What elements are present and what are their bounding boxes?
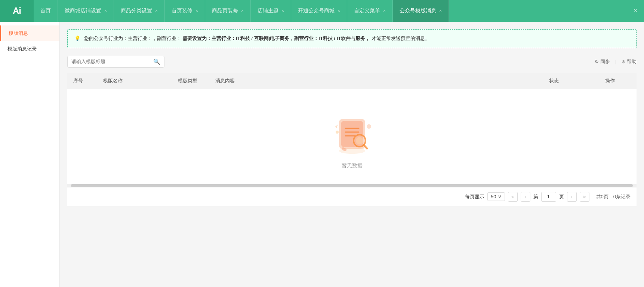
tab-template-msg-close[interactable]: × xyxy=(439,8,442,13)
col-header-name: 模版名称 xyxy=(97,73,172,89)
tab-custom-menu-close[interactable]: × xyxy=(383,8,386,13)
tab-product-decor[interactable]: 商品页装修 × xyxy=(205,0,251,22)
col-header-action: 操作 xyxy=(599,73,637,89)
page-first-button[interactable]: ⊲ xyxy=(508,192,518,202)
content-area: 💡 您的公众号行业为：主营行业：，副营行业： 需要设置为：主营行业：IT科技 /… xyxy=(60,22,644,287)
tab-weishop-close[interactable]: × xyxy=(104,8,107,13)
svg-point-8 xyxy=(367,124,371,129)
page-unit: 页 xyxy=(559,193,564,200)
table-scroll-thumb[interactable] xyxy=(71,184,633,187)
page-last-button[interactable]: ⊳ xyxy=(580,192,589,202)
main-layout: 模版消息 模版消息记录 💡 您的公众号行业为：主营行业：，副营行业： 需要设置为… xyxy=(0,22,644,287)
empty-state: 暂无数据 xyxy=(67,89,637,184)
data-table: 序号 模版名称 模版类型 消息内容 状态 操作 xyxy=(67,73,637,89)
tab-wechat-shop-close[interactable]: × xyxy=(338,8,340,13)
col-header-index: 序号 xyxy=(67,73,97,89)
page-next-button[interactable]: › xyxy=(567,192,577,202)
table-header-row: 序号 模版名称 模版类型 消息内容 状态 操作 xyxy=(67,73,637,89)
notice-box: 💡 您的公众号行业为：主营行业：，副营行业： 需要设置为：主营行业：IT科技 /… xyxy=(67,29,637,48)
page-prev-button[interactable]: ‹ xyxy=(521,192,530,202)
search-input-wrap: 🔍 xyxy=(67,56,164,68)
tab-homepage-decor[interactable]: 首页装修 × xyxy=(165,0,205,22)
col-header-status: 状态 xyxy=(543,73,599,89)
tab-template-msg[interactable]: 公众号模版消息 × xyxy=(393,0,449,22)
search-icon[interactable]: 🔍 xyxy=(153,58,160,65)
search-bar: 🔍 ↻ 同步 | ⊙ 帮助 xyxy=(67,56,637,68)
empty-illustration xyxy=(330,112,375,156)
tab-custom-menu[interactable]: 自定义菜单 × xyxy=(347,0,393,22)
tab-product-decor-close[interactable]: × xyxy=(241,8,244,13)
sidebar: 模版消息 模版消息记录 xyxy=(0,22,60,287)
help-icon: ⊙ xyxy=(622,59,625,64)
page-number-input[interactable] xyxy=(541,192,556,202)
page-size-value: 50 xyxy=(491,194,496,199)
tab-category-close[interactable]: × xyxy=(155,8,158,13)
actions-divider: | xyxy=(615,59,616,64)
tab-weishop[interactable]: 微商城店铺设置 × xyxy=(58,0,114,22)
table-scrollbar[interactable] xyxy=(67,184,637,187)
page-size-select[interactable]: 50 ∨ xyxy=(487,192,505,201)
pagination: 每页显示 50 ∨ ⊲ ‹ 第 页 › ⊳ 共0页，0条记录 xyxy=(67,187,637,206)
logo: Ai xyxy=(0,0,34,22)
tab-home[interactable]: 首页 xyxy=(34,0,58,22)
sync-button[interactable]: ↻ 同步 xyxy=(595,58,610,65)
page-size-label: 每页显示 xyxy=(465,193,484,200)
tab-theme[interactable]: 店铺主题 × xyxy=(251,0,291,22)
page-prefix: 第 xyxy=(533,193,538,200)
col-header-type: 模版类型 xyxy=(172,73,209,89)
tab-theme-close[interactable]: × xyxy=(281,8,284,13)
sync-icon: ↻ xyxy=(595,59,599,64)
svg-point-5 xyxy=(356,137,363,144)
search-input[interactable] xyxy=(71,59,151,64)
col-header-content: 消息内容 xyxy=(209,73,543,89)
page-size-dropdown-icon: ∨ xyxy=(498,194,502,199)
tab-homepage-decor-close[interactable]: × xyxy=(195,8,198,13)
page-total: 共0页，0条记录 xyxy=(596,193,631,200)
sidebar-item-template-record[interactable]: 模版消息记录 xyxy=(0,41,59,57)
tab-category[interactable]: 商品分类设置 × xyxy=(114,0,165,22)
help-button[interactable]: ⊙ 帮助 xyxy=(622,58,637,65)
tab-wechat-shop[interactable]: 开通公众号商城 × xyxy=(291,0,347,22)
notice-highlight: 需要设置为：主营行业：IT科技 / 互联网|电子商务，副营行业：IT科技 / I… xyxy=(182,36,370,41)
notice-icon: 💡 xyxy=(74,36,80,41)
search-actions: ↻ 同步 | ⊙ 帮助 xyxy=(595,58,637,65)
close-all-button[interactable]: × xyxy=(627,0,644,22)
svg-point-7 xyxy=(336,131,339,134)
top-navigation: Ai 首页 微商城店铺设置 × 商品分类设置 × 首页装修 × 商品页装修 × … xyxy=(0,0,644,22)
sidebar-item-template-message[interactable]: 模版消息 xyxy=(0,25,59,41)
empty-text: 暂无数据 xyxy=(342,162,363,169)
